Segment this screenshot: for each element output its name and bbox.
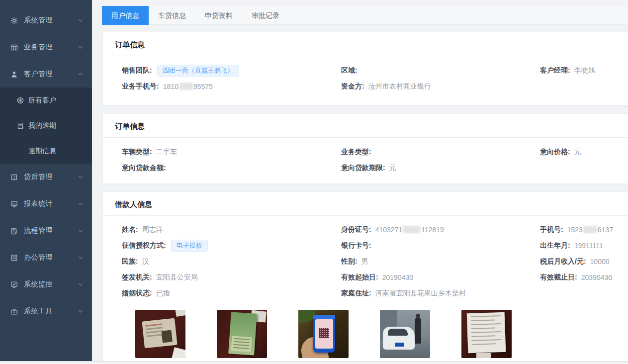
clipboard-icon <box>10 227 18 235</box>
borrower-info-card: 借款人信息 姓名: 周志洋 身份证号: 4103271112819 手机号: 1… <box>102 191 628 364</box>
sidebar-item-label: 客户管理 <box>24 70 53 79</box>
credit-auth-label: 征信授权方式: <box>122 241 166 250</box>
chevron-down-icon <box>78 176 83 179</box>
issuing-authority-value: 宜阳县公安局 <box>156 273 198 282</box>
sidebar-item-system-monitor[interactable]: 系统监控 <box>0 271 92 298</box>
chevron-down-icon <box>78 310 83 313</box>
chevron-down-icon <box>78 256 83 259</box>
thumb-phone-qr-photo[interactable] <box>298 310 349 358</box>
sidebar-item-business-management[interactable]: 业务管理 <box>0 34 92 61</box>
thumb-id-card-photo[interactable] <box>135 310 185 358</box>
sidebar-item-label: 系统管理 <box>24 16 53 25</box>
marital-status-label: 婚姻状态: <box>122 289 152 298</box>
horizontal-scrollbar[interactable] <box>0 361 628 364</box>
intent-price-value: 元 <box>574 148 581 157</box>
sidebar-item-label: 我的逾期 <box>28 121 56 130</box>
toolbox-icon <box>10 307 18 315</box>
mobile-label: 手机号: <box>540 225 563 234</box>
gender-label: 性别: <box>341 257 358 266</box>
loan-term-label: 意向贷款期限: <box>341 164 385 173</box>
sidebar-item-label: 办公管理 <box>24 253 53 262</box>
sidebar-item-system-management[interactable]: 系统管理 <box>0 7 92 34</box>
business-type-label: 业务类型: <box>341 148 371 157</box>
sidebar: 系统管理 业务管理 <box>0 0 92 361</box>
customers-icon <box>16 96 24 104</box>
home-address-label: 家庭住址: <box>341 289 371 298</box>
ethnicity-label: 民族: <box>122 257 138 266</box>
screen-check-icon <box>10 280 18 288</box>
issuing-authority-label: 签发机关: <box>122 273 152 282</box>
sidebar-submenu-customer: 所有客户 我的逾期 逾期信息 <box>0 88 92 164</box>
vehicle-type-value: 二手车 <box>156 148 177 157</box>
user-icon <box>10 70 18 78</box>
marital-status-value: 已婚 <box>156 289 170 298</box>
sidebar-item-process-management[interactable]: 流程管理 <box>0 217 92 244</box>
tab-approval-records[interactable]: 审批记录 <box>242 6 289 25</box>
sidebar-item-report-statistics[interactable]: 报表统计 <box>0 190 92 217</box>
home-address-value: 河南省宜阳县花果山乡木柴村 <box>375 289 466 298</box>
sidebar-item-label: 业务管理 <box>24 43 53 52</box>
gear-icon <box>10 16 18 24</box>
ethnicity-value: 汉 <box>142 257 149 266</box>
loan-amount-label: 意向贷款金额: <box>122 164 166 173</box>
chevron-down-icon <box>78 229 83 232</box>
funder-label: 资金方: <box>341 82 364 91</box>
valid-to-value: 20390430 <box>581 273 612 281</box>
sales-team-label: 销售团队: <box>122 66 152 75</box>
business-phone-label: 业务手机号: <box>122 82 159 91</box>
region-label: 区域: <box>341 66 358 75</box>
sidebar-item-label: 流程管理 <box>24 226 53 235</box>
sidebar-item-office-management[interactable]: 办公管理 <box>0 244 92 271</box>
redaction-blur <box>583 226 597 233</box>
card-title: 借款人信息 <box>103 192 628 216</box>
chevron-down-icon <box>78 46 83 49</box>
sidebar-item-all-customers[interactable]: 所有客户 <box>0 88 92 113</box>
account-manager-label: 客户经理: <box>540 66 570 75</box>
thumb-green-booklet-photo[interactable] <box>217 310 267 358</box>
main-content: 用户信息 车贷信息 申贷资料 审批记录 订单信息 销售团队: 四团一营（直属王鹏… <box>92 0 628 364</box>
name-value: 周志洋 <box>142 225 163 234</box>
chevron-down-icon <box>78 202 83 205</box>
sales-team-tag[interactable]: 四团一营（直属王鹏飞） <box>157 65 239 77</box>
office-icon <box>10 254 18 262</box>
sidebar-item-label: 所有客户 <box>28 96 56 105</box>
business-phone-value: 181095575 <box>163 83 213 91</box>
sidebar-item-label: 报表统计 <box>24 199 53 208</box>
app-window: 系统管理 业务管理 <box>0 0 628 364</box>
chevron-down-icon <box>78 283 83 286</box>
account-manager-value: 李晓旭 <box>574 66 595 75</box>
table-icon <box>10 43 18 51</box>
tab-user-info[interactable]: 用户信息 <box>102 6 149 25</box>
thumb-document-photo[interactable] <box>461 310 512 358</box>
document-photos-row: 身份证照片 驾驶证照片 授权截图 <box>135 310 620 364</box>
sidebar-item-postloan-management[interactable]: 贷后管理 <box>0 164 92 190</box>
detail-tabs: 用户信息 车贷信息 申贷资料 审批记录 <box>102 6 628 25</box>
sidebar-item-label: 逾期信息 <box>28 147 56 156</box>
loan-term-value: 元 <box>389 164 396 173</box>
gender-value: 男 <box>361 257 368 266</box>
redaction-blur <box>403 226 421 233</box>
mobile-value: 15236137 <box>567 226 613 234</box>
order-info-card-1: 订单信息 销售团队: 四团一营（直属王鹏飞） 区域: 客户经理: 李晓旭 <box>102 32 628 105</box>
sidebar-item-label: 贷后管理 <box>24 173 53 182</box>
sidebar-item-overdue-info[interactable]: 逾期信息 <box>0 138 92 164</box>
monitor-icon <box>10 200 18 208</box>
thumb-car-person-photo[interactable] <box>380 310 430 358</box>
credit-auth-tag[interactable]: 电子授权 <box>171 240 208 252</box>
tab-loan-application-materials[interactable]: 申贷资料 <box>195 6 242 25</box>
top-strip <box>92 0 628 6</box>
income-value: 10000 <box>590 258 610 266</box>
order-info-card-2: 订单信息 车辆类型: 二手车 业务类型: 意向价格: 元 <box>102 113 628 184</box>
funder-value: 汝州市农村商业银行 <box>368 82 431 91</box>
sidebar-item-my-overdue[interactable]: 我的逾期 <box>0 113 92 138</box>
income-label: 税后月收入/元: <box>540 257 586 266</box>
card-title: 订单信息 <box>103 114 628 138</box>
intent-price-label: 意向价格: <box>540 148 570 157</box>
sidebar-item-system-tools[interactable]: 系统工具 <box>0 298 92 325</box>
sidebar-item-customer-management[interactable]: 客户管理 <box>0 61 92 88</box>
valid-from-value: 20190430 <box>382 273 413 281</box>
name-label: 姓名: <box>122 225 138 234</box>
bank-card-label: 银行卡号: <box>341 241 371 250</box>
card-title: 订单信息 <box>103 32 628 56</box>
tab-car-loan-info[interactable]: 车贷信息 <box>149 6 195 25</box>
